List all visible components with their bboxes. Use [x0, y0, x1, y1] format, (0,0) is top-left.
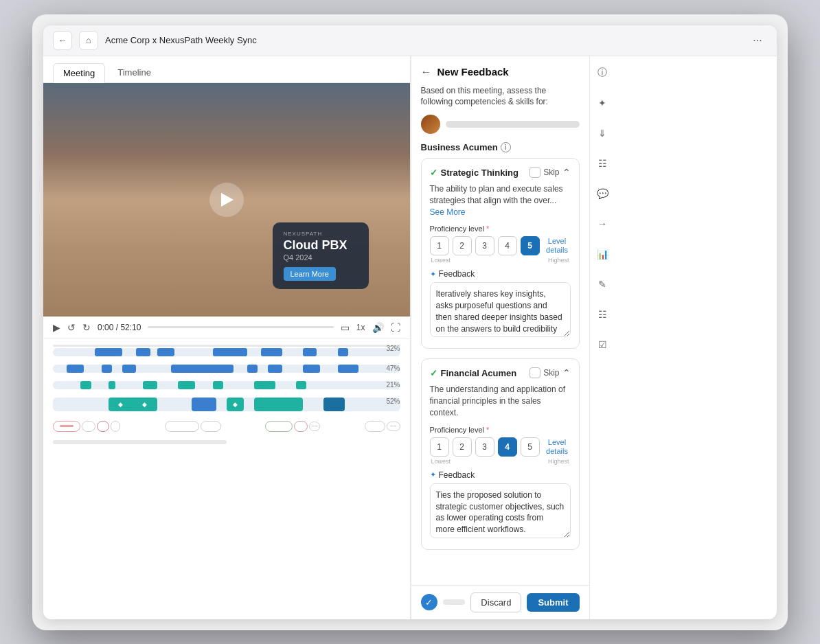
skip-checkbox-strategic[interactable]	[529, 167, 540, 178]
captions-button[interactable]: ▭	[341, 322, 350, 333]
progress-check-icon: ✓	[421, 594, 437, 610]
forward-button[interactable]: ↻	[82, 322, 91, 333]
level-btn-3-strategic[interactable]: 3	[475, 236, 494, 255]
feedback-back-button[interactable]: ←	[421, 66, 432, 78]
edit-icon[interactable]: ✎	[593, 275, 612, 294]
feedback-textarea-financial[interactable]: Ties the proposed solution to strategic …	[430, 483, 571, 538]
check-icon-financial: ✓	[430, 368, 437, 378]
track-bar-3[interactable]	[53, 381, 400, 389]
chart-icon[interactable]: 📊	[593, 244, 612, 264]
play-button[interactable]	[209, 183, 244, 217]
ai-icon-strategic: ✦	[430, 270, 436, 279]
ai-icon-financial: ✦	[430, 470, 436, 479]
user-row	[421, 115, 580, 134]
track-bar-2[interactable]	[53, 365, 400, 373]
feedback-title: New Feedback	[437, 66, 509, 78]
see-more-strategic[interactable]: See More	[430, 207, 466, 217]
prof-label-strategic: Proficiency level *	[430, 225, 571, 233]
bottom-action-bar: ✓ Discard Submit	[411, 585, 589, 619]
level-btn-4-strategic[interactable]: 4	[498, 236, 517, 255]
feedback-textarea-strategic[interactable]: Iteratively shares key insights, asks pu…	[430, 282, 571, 337]
competency-card-strategic-thinking: ✓ Strategic Thinking Skip ⌃ Th	[421, 158, 580, 349]
level-btn-5-strategic[interactable]: 5	[521, 236, 540, 255]
level-btn-2-financial[interactable]: 2	[453, 437, 472, 457]
progress-track[interactable]	[148, 326, 333, 328]
comp-desc-financial: The understanding and application of fin…	[430, 384, 571, 418]
play-icon	[221, 193, 234, 207]
level-details-link-strategic[interactable]: Level details	[544, 237, 571, 255]
download-icon[interactable]: ⇓	[593, 124, 612, 143]
collapse-button-financial[interactable]: ⌃	[562, 367, 571, 378]
required-star: *	[486, 225, 489, 233]
chat-icon[interactable]: 💬	[593, 184, 612, 203]
proficiency-row-strategic: Proficiency level * 1 2 3 4 5	[430, 225, 571, 264]
info-icon[interactable]: ⓘ	[593, 63, 612, 82]
rewind-button[interactable]: ↺	[67, 322, 76, 333]
timeline-track-2: 47%	[53, 365, 400, 373]
feedback-label-strategic: ✦ Feedback	[430, 269, 571, 279]
level-btn-1-financial[interactable]: 1	[430, 437, 449, 457]
level-btn-3-financial[interactable]: 3	[475, 437, 494, 457]
comp-label-strategic: Strategic Thinking	[441, 168, 519, 178]
level-btn-5-financial[interactable]: 5	[521, 437, 540, 457]
overlay-logo: NEXUSPATH	[284, 231, 358, 237]
overlay-cta-button[interactable]: Learn More	[284, 267, 336, 281]
level-btn-2-strategic[interactable]: 2	[453, 236, 472, 255]
comp-label-financial: Financial Acumen	[441, 368, 517, 378]
side-icons-panel: ⓘ ✦ ⇓ ☷ 💬 → 📊 ✎ ☷ ☑	[589, 56, 615, 619]
track-1-pct: 32%	[386, 345, 400, 352]
level-btn-1-strategic[interactable]: 1	[430, 236, 449, 255]
video-area: NEXUSPATH Cloud PBX Q4 2024 Learn More	[43, 83, 410, 317]
tab-timeline[interactable]: Timeline	[108, 63, 161, 82]
timeline-track-1: 32%	[53, 345, 400, 356]
document-icon[interactable]: ☷	[593, 154, 612, 173]
video-thumbnail[interactable]: NEXUSPATH Cloud PBX Q4 2024 Learn More	[43, 83, 410, 317]
proficiency-row-financial: Proficiency level * 1 2 3 4 5	[430, 426, 571, 465]
check-square-icon[interactable]: ☑	[593, 335, 612, 354]
play-pause-button[interactable]: ▶	[53, 322, 60, 333]
collapse-button-strategic[interactable]: ⌃	[562, 167, 571, 178]
speed-control[interactable]: 1x	[356, 323, 365, 332]
level-buttons-financial: 1 2 3 4 5	[430, 437, 540, 457]
section-title-text: Business Acumen	[421, 142, 498, 152]
overlay-title: Cloud PBX	[284, 238, 358, 253]
tabs-bar: Meeting Timeline	[43, 56, 410, 83]
more-button[interactable]: ···	[748, 31, 767, 50]
submit-button[interactable]: Submit	[527, 593, 579, 612]
skip-row-financial: Skip ⌃	[529, 367, 570, 378]
tab-meeting[interactable]: Meeting	[53, 63, 105, 83]
level-buttons-strategic: 1 2 3 4 5	[430, 236, 540, 255]
home-button[interactable]: ⌂	[79, 31, 98, 50]
timeline-scroll[interactable]	[53, 440, 227, 444]
check-icon-strategic: ✓	[430, 168, 437, 178]
feedback-description: Based on this meeting, assess the follow…	[421, 85, 580, 108]
feedback-label-financial: ✦ Feedback	[430, 470, 571, 480]
comp-name-financial: ✓ Financial Acumen	[430, 368, 517, 378]
skip-label-financial: Skip	[543, 368, 559, 378]
section-info-icon[interactable]: i	[501, 142, 511, 152]
track-bar-1[interactable]	[53, 348, 400, 356]
discard-button[interactable]: Discard	[470, 593, 521, 612]
level-btn-4-financial[interactable]: 4	[498, 437, 517, 457]
track-4-pct: 52%	[386, 398, 400, 405]
comp-name-strategic: ✓ Strategic Thinking	[430, 168, 519, 178]
grid-icon[interactable]: ☷	[593, 305, 612, 324]
skip-checkbox-financial[interactable]	[529, 367, 540, 378]
arrow-right-icon[interactable]: →	[593, 214, 612, 233]
track-2-pct: 47%	[386, 365, 400, 372]
level-details-link-financial[interactable]: Level details	[544, 438, 571, 456]
crosshair-icon[interactable]: ✦	[593, 93, 612, 113]
track-3-pct: 21%	[386, 381, 400, 389]
total-time: 52:10	[120, 323, 141, 332]
overlay-subtitle: Q4 2024	[284, 253, 358, 262]
track-bar-4[interactable]: ◆ ◆ ◆	[53, 398, 400, 411]
volume-button[interactable]: 🔊	[372, 322, 384, 333]
back-button[interactable]: ←	[53, 31, 72, 50]
fullscreen-button[interactable]: ⛶	[391, 322, 400, 333]
timeline-track-3: 21%	[53, 381, 400, 389]
skip-label-strategic: Skip	[543, 168, 559, 177]
level-scale-strategic: Lowest Highest	[430, 257, 571, 264]
comp-desc-strategic: The ability to plan and execute sales st…	[430, 183, 571, 218]
submission-progress-bar	[443, 599, 466, 605]
skip-row-strategic: Skip ⌃	[529, 167, 570, 178]
